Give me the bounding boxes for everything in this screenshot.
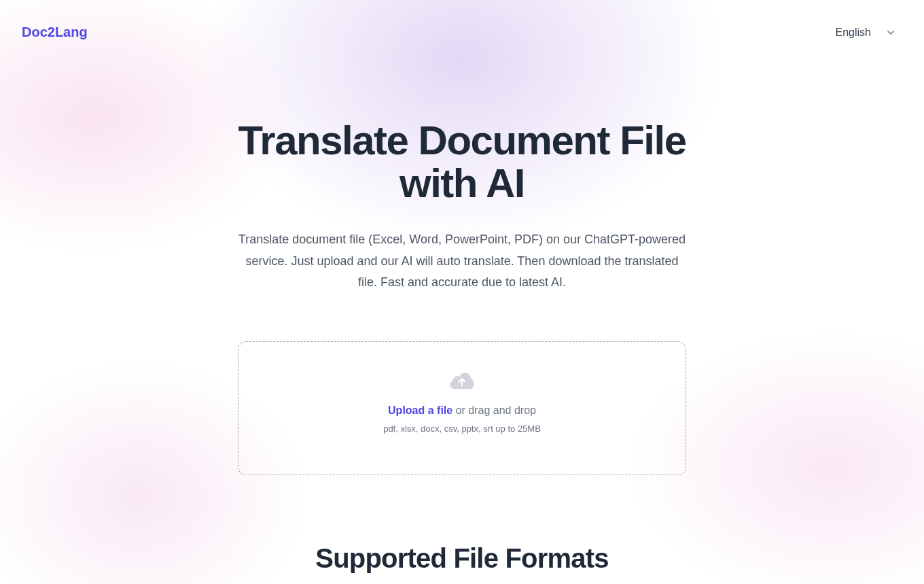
hero-description: Translate document file (Excel, Word, Po…: [238, 229, 686, 294]
language-selected-label: English: [836, 27, 871, 39]
upload-drag-text: or drag and drop: [452, 405, 536, 416]
language-selector[interactable]: English: [836, 27, 902, 39]
header: Doc2Lang English: [0, 0, 924, 65]
upload-dropzone[interactable]: Upload a file or drag and drop pdf, xlsx…: [238, 341, 686, 475]
main-content: Translate Document File with AI Translat…: [224, 65, 700, 574]
chevron-down-icon: [887, 31, 894, 35]
upload-file-link[interactable]: Upload a file: [388, 405, 452, 416]
cloud-upload-icon: [448, 368, 476, 392]
upload-text-line: Upload a file or drag and drop: [266, 405, 658, 417]
upload-hint: pdf, xlsx, docx, csv, pptx, srt up to 25…: [266, 424, 658, 434]
logo[interactable]: Doc2Lang: [22, 24, 88, 40]
hero-title: Translate Document File with AI: [238, 119, 686, 205]
supported-formats-title: Supported File Formats: [238, 543, 686, 574]
